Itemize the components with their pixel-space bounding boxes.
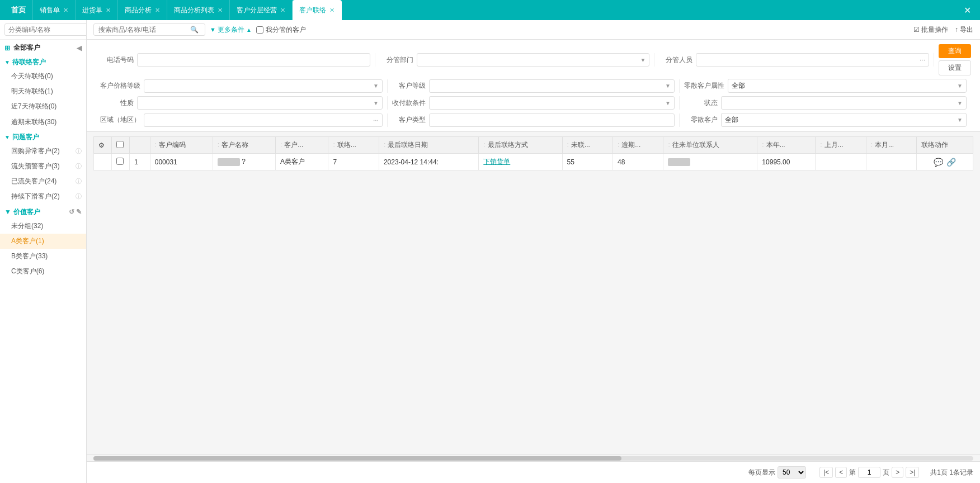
nav-tab-sales[interactable]: 销售单 ✕ <box>33 0 76 20</box>
sidebar-group-pending[interactable]: ▼ 待联络客户 <box>0 55 86 69</box>
filter-row-4: 区域（地区） ··· 客户类型 零散客户 全部 ▼ <box>96 113 971 127</box>
close-icon[interactable]: ✕ <box>280 7 285 14</box>
horizontal-scrollbar[interactable] <box>87 454 980 461</box>
sidebar-item-class-b[interactable]: B类客户(33) <box>0 249 86 264</box>
nav-tab-product-list[interactable]: 商品分析列表 ✕ <box>167 0 230 20</box>
th-name[interactable]: :客户名称 <box>213 137 275 154</box>
th-action: 联络动作 <box>917 137 973 154</box>
batch-op-button[interactable]: ☑ 批量操作 <box>913 25 948 35</box>
th-this-year[interactable]: :本年... <box>757 137 816 154</box>
table-container: ⚙ :客户编码 :客户名称 :客户... :联络... :最后联络日期 :最后联… <box>87 132 980 454</box>
query-button[interactable]: 查询 <box>939 44 971 58</box>
th-checkbox[interactable] <box>112 137 130 154</box>
collapse-sidebar-icon[interactable]: ◀ <box>77 44 82 52</box>
chat-icon[interactable]: 💬 <box>934 158 943 167</box>
th-overdue[interactable]: :逾期... <box>613 137 663 154</box>
th-settings[interactable]: ⚙ <box>94 137 112 154</box>
th-code[interactable]: :客户编码 <box>150 137 213 154</box>
sidebar-search-input[interactable] <box>4 23 87 36</box>
payment-select[interactable]: ▼ <box>429 96 675 110</box>
row-checkbox[interactable] <box>116 158 124 165</box>
per-page-select[interactable]: 50 20 100 <box>778 466 806 479</box>
close-icon[interactable]: ✕ <box>106 7 111 14</box>
dept-select[interactable]: ▼ <box>417 53 650 67</box>
status-select[interactable]: ▼ <box>721 96 967 110</box>
pagination-bar: 每页显示 50 20 100 |< < 第 页 > >| 共1页 1条记录 <box>87 461 980 483</box>
nature-select[interactable]: ▼ <box>137 96 383 110</box>
prev-page-button[interactable]: < <box>835 467 847 478</box>
retail-attr-select[interactable]: 全部 ▼ <box>728 79 967 93</box>
export-button[interactable]: ↑ 导出 <box>955 25 973 35</box>
page-label: 第 <box>849 468 856 477</box>
sidebar-item-class-a[interactable]: A类客户(1) <box>0 234 86 249</box>
td-seq: 1 <box>130 154 150 171</box>
sidebar-item-unclassified[interactable]: 未分组(32) <box>0 219 86 234</box>
td-last-method[interactable]: 下销货单 <box>479 154 562 171</box>
select-all-checkbox[interactable] <box>116 141 124 148</box>
th-no-contact[interactable]: :未联... <box>562 137 613 154</box>
close-all-button[interactable]: ✕ <box>959 5 976 16</box>
customer-level-label: 客户等级 <box>392 81 426 91</box>
customer-type-input[interactable] <box>429 113 675 127</box>
nav-tab-purchase[interactable]: 进货单 ✕ <box>76 0 118 20</box>
sidebar-item-today[interactable]: 今天待联络(0) <box>0 69 86 84</box>
sidebar-group-value[interactable]: ▼ 价值客户 ↺ ✎ <box>0 205 86 219</box>
last-page-button[interactable]: >| <box>906 467 919 478</box>
th-last-method[interactable]: :最后联络方式 <box>479 137 562 154</box>
th-last-date[interactable]: :最后联络日期 <box>379 137 478 154</box>
more-filters-button[interactable]: ▼ 更多条件 ▲ <box>210 25 252 35</box>
region-input[interactable]: ··· <box>144 113 383 127</box>
next-page-button[interactable]: > <box>892 467 903 478</box>
my-customers-checkbox[interactable]: 我分管的客户 <box>256 25 306 35</box>
ellipsis-icon: ··· <box>920 56 925 64</box>
manager-input[interactable]: ··· <box>696 53 929 67</box>
nav-home[interactable]: 首页 <box>4 0 33 20</box>
retail-customer-select[interactable]: 全部 ▼ <box>721 113 967 127</box>
last-method-link[interactable]: 下销货单 <box>483 158 510 165</box>
close-icon[interactable]: ✕ <box>63 7 68 14</box>
td-checkbox[interactable] <box>112 154 130 171</box>
th-type[interactable]: :客户... <box>275 137 328 154</box>
filter-search-icon[interactable]: 🔍 <box>190 26 199 34</box>
refresh-icon[interactable]: ↺ <box>69 208 74 216</box>
sidebar-all-customers-header[interactable]: ⊞ 全部客户 ◀ <box>0 40 86 55</box>
nav-tab-product-analysis[interactable]: 商品分析 ✕ <box>118 0 167 20</box>
first-page-button[interactable]: |< <box>819 467 833 478</box>
customer-level-select[interactable]: ▼ <box>429 79 675 93</box>
total-pages-label: 页 <box>883 468 889 477</box>
sidebar-item-loss-warning[interactable]: 流失预警客户(3) ⓘ <box>0 159 86 174</box>
scrollbar-thumb[interactable] <box>93 456 621 461</box>
content-area: 🔍 ▼ 更多条件 ▲ 我分管的客户 ☑ 批量操作 ↑ 导出 <box>87 20 980 483</box>
filter-dept: 分管部门 ▼ <box>375 53 655 67</box>
my-customers-check[interactable] <box>256 26 263 34</box>
sidebar-item-overdue[interactable]: 逾期未联络(30) <box>0 115 86 130</box>
th-last-month[interactable]: :上月... <box>816 137 866 154</box>
nav-tab-customer-mgmt[interactable]: 客户分层经营 ✕ <box>230 0 293 20</box>
sidebar-item-abnormal[interactable]: 回购异常客户(2) ⓘ <box>0 144 86 159</box>
close-icon[interactable]: ✕ <box>329 7 334 14</box>
filter-search-input[interactable] <box>98 26 188 34</box>
scrollbar-track <box>93 456 973 461</box>
link-icon[interactable]: 🔗 <box>946 158 956 167</box>
settings-button[interactable]: 设置 <box>939 60 971 75</box>
close-icon[interactable]: ✕ <box>218 7 223 14</box>
sidebar-group-problem[interactable]: ▼ 问题客户 <box>0 130 86 144</box>
sidebar: 🔍 ⊞ 全部客户 ◀ ▼ 待联络客户 今天待联络(0) 明天待联络(1) 近7天… <box>0 20 87 483</box>
sidebar-item-declining[interactable]: 持续下滑客户(2) ⓘ <box>0 189 86 204</box>
sidebar-item-tomorrow[interactable]: 明天待联络(1) <box>0 84 86 99</box>
th-unit-contact[interactable]: :往来单位联系人 <box>663 137 757 154</box>
phone-input[interactable] <box>137 53 370 67</box>
sidebar-item-lost[interactable]: 已流失客户(24) ⓘ <box>0 174 86 189</box>
sidebar-item-class-c[interactable]: C类客户(6) <box>0 264 86 279</box>
close-icon[interactable]: ✕ <box>155 7 160 14</box>
page-number-input[interactable] <box>858 467 880 478</box>
price-level-select[interactable]: ▼ <box>144 79 383 93</box>
sidebar-item-7days[interactable]: 近7天待联络(0) <box>0 99 86 114</box>
chevron-down-icon: ▼ <box>957 117 963 123</box>
chevron-icon: ▲ <box>246 27 252 33</box>
th-contact[interactable]: :联络... <box>328 137 379 154</box>
edit-icon[interactable]: ✎ <box>76 208 82 216</box>
nav-tab-customer-contact[interactable]: 客户联络 ✕ <box>293 0 342 20</box>
filter-phone: 电话号码 <box>96 53 375 67</box>
th-this-month[interactable]: :本月... <box>866 137 916 154</box>
